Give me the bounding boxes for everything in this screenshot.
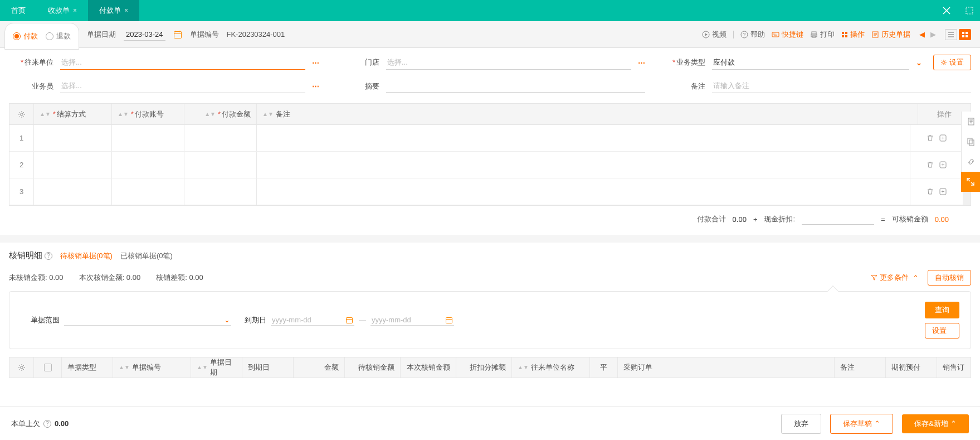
tab-receipt[interactable]: 收款单× xyxy=(37,0,88,21)
window-maximize-button[interactable] xyxy=(959,0,980,21)
video-link[interactable]: 视频 xyxy=(702,30,727,40)
tab-done-verify[interactable]: 已核销单据(0笔) xyxy=(120,251,173,261)
right-mini-sidebar: 草 xyxy=(961,112,980,192)
trash-icon[interactable] xyxy=(927,188,934,195)
svg-rect-14 xyxy=(962,32,964,34)
sidebar-expand-icon[interactable] xyxy=(961,172,980,192)
sort-icon[interactable]: ▲▼ xyxy=(204,113,216,116)
save-draft-button[interactable]: 保存草稿⌃ xyxy=(830,414,893,423)
due-date-to[interactable]: yyyy-mm-dd xyxy=(370,315,454,326)
select-all-checkbox[interactable] xyxy=(44,364,52,371)
field-salesman: 业务员 选择... ⋯ xyxy=(9,79,319,93)
col-sale[interactable]: 销售订 xyxy=(943,362,964,373)
verify-table: 单据类型 ▲▼单据编号 ▲▼单据日期 到期日 金额 待核销金额 本次核销金额 折… xyxy=(9,357,971,378)
svg-text:草: 草 xyxy=(969,120,973,124)
chevron-up-icon: ⌃ xyxy=(950,419,957,423)
next-record-button[interactable]: ▶ xyxy=(928,29,938,40)
col-flat[interactable]: 平 xyxy=(600,362,607,373)
help-icon[interactable]: ? xyxy=(45,252,52,260)
sort-icon[interactable]: ▲▼ xyxy=(262,113,274,116)
view-mode-list[interactable] xyxy=(945,29,957,40)
col-po[interactable]: 采购订单 xyxy=(623,362,652,373)
partner-select[interactable]: 选择... xyxy=(60,56,305,70)
save-and-new-button[interactable]: 保存&新增⌃ xyxy=(902,414,969,423)
trash-icon[interactable] xyxy=(927,161,934,168)
sort-icon[interactable]: ▲▼ xyxy=(518,366,529,369)
col-this[interactable]: 本次核销金额 xyxy=(407,362,450,373)
field-partner: *往来单位 选择... ⋯ xyxy=(9,55,319,70)
salesman-select[interactable]: 选择... xyxy=(60,79,305,93)
col-due[interactable]: 到期日 xyxy=(248,362,270,373)
add-icon[interactable] xyxy=(939,188,947,195)
add-icon[interactable] xyxy=(939,161,947,168)
calendar-icon[interactable] xyxy=(173,30,182,39)
date-value[interactable]: 2023-03-24 xyxy=(124,28,165,41)
shortcut-link[interactable]: 快捷键 xyxy=(772,30,803,40)
query-button[interactable]: 查询 xyxy=(925,302,959,318)
tab-payment[interactable]: 付款单× xyxy=(88,0,139,21)
svg-rect-0 xyxy=(966,7,973,14)
add-icon[interactable] xyxy=(939,134,947,142)
close-icon[interactable]: × xyxy=(124,7,128,14)
col-amt[interactable]: 金额 xyxy=(324,362,339,373)
auto-verify-button[interactable]: 自动核销 xyxy=(928,270,971,286)
sidebar-copy-icon[interactable] xyxy=(961,132,980,152)
col-pending[interactable]: 待核销金额 xyxy=(358,362,394,373)
settings-button[interactable]: 设置 xyxy=(933,55,971,70)
close-icon[interactable]: × xyxy=(73,7,77,14)
col-remark2[interactable]: 备注 xyxy=(840,362,855,373)
col-no[interactable]: 单据编号 xyxy=(132,362,161,373)
history-link[interactable]: 历史单据 xyxy=(871,30,910,40)
ellipsis-icon[interactable]: ⋯ xyxy=(635,59,645,67)
help-link[interactable]: ?帮助 xyxy=(740,30,765,40)
trash-icon[interactable] xyxy=(927,134,934,142)
ellipsis-icon[interactable]: ⋯ xyxy=(309,82,319,90)
gear-icon[interactable] xyxy=(9,357,34,378)
help-icon[interactable]: ? xyxy=(43,420,51,423)
date-label: 单据日期 xyxy=(87,30,116,40)
sidebar-link-icon[interactable] xyxy=(961,152,980,172)
filter-settings-button[interactable]: 设置 xyxy=(925,323,959,339)
sidebar-draft-icon[interactable]: 草 xyxy=(961,112,980,132)
more-conditions-toggle[interactable]: 更多条件⌃ xyxy=(871,273,919,283)
sort-icon[interactable]: ▲▼ xyxy=(40,113,51,116)
table-row[interactable]: 1 xyxy=(9,125,963,152)
window-close-button[interactable] xyxy=(934,0,959,21)
discard-button[interactable]: 放弃 xyxy=(781,414,821,423)
due-date-from[interactable]: yyyy-mm-dd xyxy=(271,315,354,326)
sort-icon[interactable]: ▲▼ xyxy=(118,113,129,116)
col-type[interactable]: 单据类型 xyxy=(67,362,96,373)
cash-discount-input[interactable] xyxy=(802,214,874,225)
scope-select[interactable]: ⌄ xyxy=(64,315,231,326)
col-partner[interactable]: 往来单位名称 xyxy=(531,362,574,373)
table-row[interactable]: 2 xyxy=(9,152,963,178)
store-select[interactable]: 选择... xyxy=(386,56,631,70)
radio-refund[interactable]: 退款 xyxy=(46,31,71,41)
payment-summary: 付款合计0.00 + 现金折扣: = 可核销金额0.00 xyxy=(9,206,971,235)
tab-home[interactable]: 首页 xyxy=(0,0,37,21)
chevron-down-icon[interactable]: ⌄ xyxy=(913,59,922,67)
operate-link[interactable]: 操作 xyxy=(841,30,865,40)
sort-icon[interactable]: ▲▼ xyxy=(197,366,208,369)
view-mode-card[interactable] xyxy=(959,29,971,40)
col-date[interactable]: 单据日期 xyxy=(210,357,236,378)
sort-icon[interactable]: ▲▼ xyxy=(119,366,130,369)
col-payamt[interactable]: 付款金额 xyxy=(222,109,251,119)
col-settlement[interactable]: 结算方式 xyxy=(57,109,86,119)
col-remark[interactable]: 备注 xyxy=(276,109,290,119)
biztype-select[interactable]: 应付款 xyxy=(712,56,909,70)
remark-input[interactable]: 请输入备注 xyxy=(712,79,971,93)
table-row[interactable]: 3 xyxy=(9,178,963,205)
ellipsis-icon[interactable]: ⋯ xyxy=(309,59,319,67)
col-payacct[interactable]: 付款账号 xyxy=(135,109,164,119)
tab-pending-verify[interactable]: 待核销单据(0笔) xyxy=(60,251,113,261)
col-pre[interactable]: 期初预付 xyxy=(891,362,920,373)
col-disc[interactable]: 折扣分摊额 xyxy=(470,362,506,373)
svg-point-25 xyxy=(20,366,22,369)
gear-icon[interactable] xyxy=(9,104,34,124)
radio-pay[interactable]: 付款 xyxy=(13,31,38,41)
svg-rect-17 xyxy=(966,35,968,37)
print-link[interactable]: 打印 xyxy=(810,30,835,40)
summary-input[interactable] xyxy=(386,80,645,93)
prev-record-button[interactable]: ◀ xyxy=(917,29,927,40)
